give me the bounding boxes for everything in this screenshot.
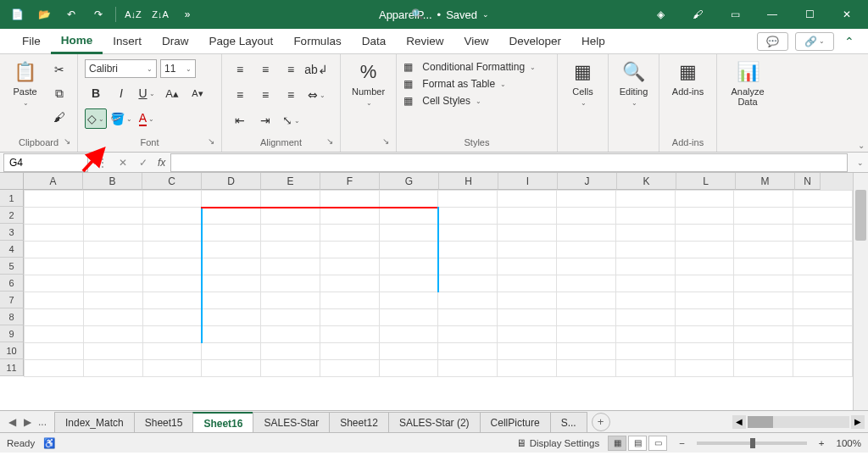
launcher-icon[interactable]: ↘ [326,134,333,149]
page-break-view-icon[interactable]: ▭ [648,436,667,451]
paste-button[interactable]: 📋 Paste ⌄ [7,59,43,108]
align-right-icon[interactable]: ≡ [280,85,302,105]
wrap-text-icon[interactable]: ab↲ [305,59,327,80]
maximize-icon[interactable]: ☐ [792,3,827,26]
bold-button[interactable]: B [85,83,107,103]
font-size-combo[interactable]: 11⌄ [160,59,196,78]
fx-label[interactable]: fx [158,157,170,169]
col-header[interactable]: J [558,173,617,190]
new-file-icon[interactable]: 📄 [5,3,29,26]
sort-asc-icon[interactable]: A↓Z [121,3,145,26]
align-left-icon[interactable]: ≡ [229,85,251,105]
row-header[interactable]: 10 [0,342,24,359]
row-header[interactable]: 4 [0,241,24,258]
sheet-tab[interactable]: SALES-Star (2) [388,412,481,432]
font-name-combo[interactable]: Calibri⌄ [85,59,157,78]
select-all-button[interactable] [0,173,24,190]
formula-input[interactable] [170,153,848,172]
col-header[interactable]: G [380,173,439,190]
minimize-icon[interactable]: — [754,3,790,26]
ribbon-display-icon[interactable]: ▭ [717,3,753,26]
share-button[interactable]: 🔗 ⌄ [795,32,834,51]
col-header[interactable]: D [202,173,261,190]
fill-color-button[interactable]: 🪣⌄ [110,108,132,129]
cut-icon[interactable]: ✂ [48,59,70,80]
row-header[interactable]: 2 [0,207,24,224]
analyze-data-button[interactable]: 📊Analyze Data [729,59,766,107]
worksheet-grid[interactable]: A B C D E F G H I J K L M N 1 2 3 4 5 6 … [0,173,868,410]
undo-icon[interactable]: ↶ [59,3,83,26]
row-header[interactable]: 1 [0,190,24,207]
editing-button[interactable]: 🔍Editing⌄ [615,59,652,108]
row-header[interactable]: 11 [0,359,24,376]
tab-developer[interactable]: Developer [498,29,571,54]
col-header[interactable]: H [439,173,498,190]
sheet-tab[interactable]: SALES-Star [253,412,330,432]
brush-icon[interactable]: 🖌 [680,3,715,26]
save-status[interactable]: Saved [446,8,477,21]
orientation-icon[interactable]: ⤡⌄ [280,110,302,131]
col-header[interactable]: A [24,173,83,190]
collapse-ribbon-chevron-icon[interactable]: ⌄ [858,141,865,150]
tab-pagelayout[interactable]: Page Layout [199,29,284,54]
col-header[interactable]: B [83,173,142,190]
sheet-nav-more[interactable]: ... [36,416,49,428]
name-box[interactable]: G4 [3,153,88,172]
tab-data[interactable]: Data [352,29,397,54]
conditional-formatting-button[interactable]: ▦ Conditional Formatting⌄ [403,61,536,73]
sheet-tab[interactable]: Index_Match [54,412,135,432]
align-middle-icon[interactable]: ≡ [254,59,276,80]
underline-button[interactable]: U⌄ [136,83,158,103]
col-header[interactable]: M [736,173,795,190]
sheet-tab-active[interactable]: Sheet16 [192,412,253,432]
zoom-level[interactable]: 100% [837,438,861,448]
cancel-formula-icon[interactable]: ✕ [114,157,132,169]
display-settings-button[interactable]: 🖥 Display Settings [516,438,599,448]
launcher-icon[interactable]: ↘ [208,134,214,149]
comments-button[interactable]: 💬 [757,32,788,51]
launcher-icon[interactable]: ↘ [64,134,70,149]
horizontal-scrollbar[interactable]: ◀ ▶ [610,415,868,429]
sheet-tab[interactable]: Sheet12 [329,412,389,432]
align-bottom-icon[interactable]: ≡ [280,59,302,80]
accessibility-icon[interactable]: ♿ [43,437,55,449]
row-header[interactable]: 7 [0,292,24,308]
row-header[interactable]: 3 [0,224,24,241]
col-header[interactable]: F [320,173,380,190]
normal-view-icon[interactable]: ▦ [608,436,626,451]
zoom-in-button[interactable]: + [815,438,828,448]
sheet-tab[interactable]: Sheet15 [134,412,194,432]
add-sheet-button[interactable]: + [592,413,610,431]
increase-font-icon[interactable]: A▴ [161,83,183,103]
number-format-button[interactable]: % Number ⌄ [350,59,387,108]
qat-more-icon[interactable]: » [175,3,199,26]
row-header[interactable]: 6 [0,275,24,292]
col-header[interactable]: L [676,173,736,190]
zoom-slider[interactable] [697,442,807,445]
tab-view[interactable]: View [453,29,498,54]
sort-desc-icon[interactable]: Z↓A [148,3,172,26]
scroll-right-icon[interactable]: ▶ [851,415,865,429]
borders-button[interactable]: ◇⌄ [85,108,107,129]
decrease-indent-icon[interactable]: ⇤ [229,110,251,131]
dropdown-icon[interactable]: ⋮ [93,157,112,169]
launcher-icon[interactable]: ↘ [382,134,389,149]
row-header[interactable]: 5 [0,258,24,275]
page-layout-view-icon[interactable]: ▤ [628,436,647,451]
align-center-icon[interactable]: ≡ [254,85,276,105]
tab-review[interactable]: Review [396,29,453,54]
tab-help[interactable]: Help [571,29,615,54]
expand-formula-bar-icon[interactable]: ⌄ [853,158,868,167]
row-header[interactable]: 9 [0,325,24,342]
sheet-tab[interactable]: CellPicture [480,412,551,432]
collapse-ribbon-icon[interactable]: ⌃ [841,35,858,48]
scroll-track[interactable] [748,416,849,428]
enter-formula-icon[interactable]: ✓ [134,157,153,169]
scrollbar-thumb[interactable] [748,416,773,428]
cells-button[interactable]: ▦Cells⌄ [565,59,601,108]
sheet-nav-prev-icon[interactable]: ◀ [5,416,19,428]
search-icon[interactable]: 🔍 [407,4,427,25]
copy-icon[interactable]: ⧉ [48,83,70,103]
addins-button[interactable]: ▦Add-ins [670,59,707,97]
sheet-nav-next-icon[interactable]: ▶ [20,416,34,428]
